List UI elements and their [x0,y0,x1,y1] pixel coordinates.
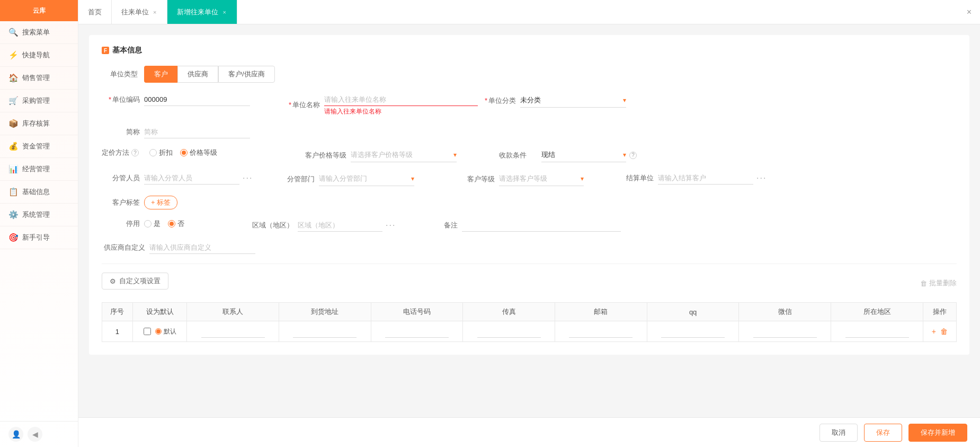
unit-category-label: *单位分类 [478,96,520,106]
sidebar-item-quick-nav[interactable]: ⚡ 快捷导航 [0,44,78,67]
settlement-unit-input[interactable] [658,172,753,185]
sidebar-item-label: 销售管理 [22,73,50,83]
supplier-custom-input[interactable] [149,241,255,254]
radio-no-label: 否 [177,219,184,229]
customer-tag-label: 客户标签 [102,198,144,207]
row-action-btns: + 🗑 [929,327,951,336]
field-disabled: 停用 是 否 [102,219,250,229]
type-btn-both[interactable]: 客户/供应商 [218,66,275,83]
cell-phone [371,321,463,342]
row-short-name: 简称 [102,126,957,138]
field-dept: 分管部门 请输入分管部门 ▾ [282,172,462,186]
col-email: 邮箱 [555,303,647,321]
region-input[interactable] [298,219,382,232]
sidebar-item-purchase[interactable]: 🛒 采购管理 [0,90,78,112]
tabbar-close-button[interactable]: × [958,0,980,24]
email-input[interactable] [569,325,632,338]
dept-select[interactable]: 请输入分管部门 ▾ [319,172,414,186]
customer-price-level-select[interactable]: 请选择客户价格等级 ▾ [351,148,457,162]
pricing-radio-group: 折扣 价格等级 [149,148,217,157]
sidebar-item-finance[interactable]: 💰 资金管理 [0,135,78,158]
remark-input[interactable] [462,219,621,232]
sidebar-expand-icon[interactable]: ◀ [28,427,42,442]
custom-settings-button[interactable]: ⚙ 自定义项设置 [102,273,168,290]
tabbar: 首页 往来单位 × 新增往来单位 × × [78,0,980,24]
col-address: 到货地址 [279,303,371,321]
add-tag-button[interactable]: + 标签 [144,196,177,209]
field-unit-code: *单位编码 [102,93,282,106]
sidebar-item-operations[interactable]: 📊 经营管理 [0,158,78,181]
address-input[interactable] [293,325,357,338]
field-remark: 备注 [441,219,653,232]
sidebar-item-system[interactable]: ⚙️ 系统管理 [0,204,78,226]
tab-home[interactable]: 首页 [78,0,112,24]
cell-wechat [739,321,831,342]
cancel-button[interactable]: 取消 [819,424,858,442]
pricing-method-label: 定价方法 ? [102,148,149,157]
row-checkbox[interactable] [144,328,151,335]
radio-price-level-circle [180,149,188,156]
unit-code-input[interactable] [144,93,250,106]
batch-delete-icon: 🗑 [920,279,927,287]
cell-location [831,321,923,342]
contact-input[interactable] [201,325,265,338]
sidebar-user-icon[interactable]: 👤 [8,427,23,442]
field-unit-category: *单位分类 未分类 ▾ [478,93,658,108]
sidebar-item-sales[interactable]: 🏠 销售管理 [0,67,78,90]
pricing-help-icon[interactable]: ? [131,149,139,156]
col-contact: 联系人 [187,303,279,321]
customer-level-arrow: ▾ [581,175,584,182]
settings-gear-icon: ⚙ [110,277,116,285]
customer-level-select[interactable]: 请选择客户等级 ▾ [499,172,584,186]
radio-price-level[interactable]: 价格等级 [180,148,217,157]
radio-yes[interactable]: 是 [144,219,161,229]
sidebar-logo: 云库 [0,0,78,21]
radio-discount[interactable]: 折扣 [149,148,173,157]
batch-delete-button[interactable]: 🗑 批量删除 [920,278,957,288]
row-pricing: 定价方法 ? 折扣 价格等级 [102,148,957,162]
manager-extra-btn[interactable]: ··· [239,173,256,183]
phone-input[interactable] [385,325,449,338]
short-name-input[interactable] [144,126,250,138]
contacts-table: 序号 设为默认 联系人 到货地址 电话号码 传真 邮箱 qq 微信 所在地区 操… [102,302,957,342]
form-divider [102,264,957,264]
remark-label: 备注 [441,221,462,230]
field-manager: 分管人员 ··· [102,172,282,185]
payment-terms-help-icon[interactable]: ? [629,152,637,159]
wechat-input[interactable] [753,325,817,338]
col-region: 所在地区 [831,303,923,321]
operations-icon: 📊 [8,164,18,174]
sidebar-item-label: 基础信息 [22,187,50,197]
manager-input[interactable] [144,172,239,185]
sidebar-item-label: 系统管理 [22,210,50,220]
fax-input[interactable] [477,325,541,338]
save-and-new-button[interactable]: 保存并新增 [908,424,967,442]
form-footer: 取消 保存 保存并新增 [78,417,980,447]
qq-input[interactable] [661,325,725,338]
payment-terms-value: 现结 [541,150,623,160]
cell-address [279,321,371,342]
sidebar-item-label: 新手引导 [22,233,50,242]
radio-no[interactable]: 否 [168,219,184,229]
location-input[interactable] [845,325,909,338]
tab-new-partner[interactable]: 新增往来单位 × [167,0,237,24]
unit-category-select[interactable]: 未分类 ▾ [520,93,626,108]
tab-partners[interactable]: 往来单位 × [112,0,167,24]
sidebar-item-search[interactable]: 🔍 搜索菜单 [0,21,78,44]
region-extra-btn[interactable]: ··· [382,221,399,230]
tab-new-partner-close[interactable]: × [221,8,227,16]
tab-partners-close[interactable]: × [152,8,157,16]
payment-terms-select[interactable]: 现结 ▾ [541,148,626,162]
save-button[interactable]: 保存 [864,424,902,442]
row-delete-btn[interactable]: 🗑 [940,327,948,336]
sidebar-item-inventory[interactable]: 📦 库存核算 [0,112,78,135]
settlement-unit-extra-btn[interactable]: ··· [753,173,770,183]
sidebar-item-basic-info[interactable]: 📋 基础信息 [0,181,78,204]
type-btn-customer[interactable]: 客户 [144,66,177,83]
sidebar-item-beginner[interactable]: 🎯 新手引导 [0,226,78,249]
type-btn-supplier[interactable]: 供应商 [177,66,218,83]
row-add-btn[interactable]: + [932,327,936,336]
unit-name-input[interactable] [324,93,478,106]
dept-placeholder: 请输入分管部门 [319,174,411,183]
row-default-radio[interactable]: 默认 [155,327,176,336]
